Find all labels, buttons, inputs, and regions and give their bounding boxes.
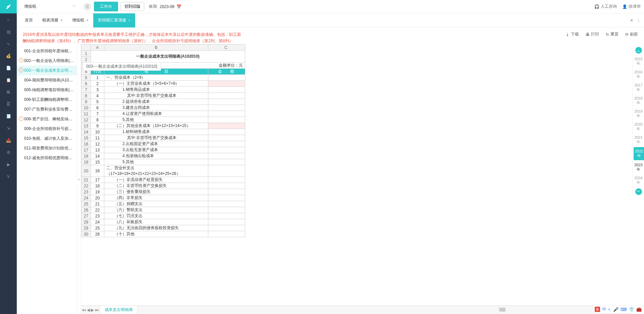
company-name: 增值税 xyxy=(24,4,36,9)
company-selector[interactable]: 增值税 ﹀ xyxy=(20,4,80,9)
user-name: 徐泽华 xyxy=(629,4,641,9)
app-header: 增值税 ﹀ ☰ 工作台 切到旧版 账期 2023-09 📅 🎧 人工咨询 👤 徐… xyxy=(0,0,644,13)
tab-3[interactable]: 所得税汇算清缴× xyxy=(93,13,135,14)
calendar-icon[interactable]: 📅 xyxy=(176,4,181,9)
tab-2[interactable]: 增值税× xyxy=(67,13,93,14)
consult-button[interactable]: 🎧 人工咨询 xyxy=(594,4,617,9)
avatar-icon: 👤 xyxy=(622,4,627,9)
headset-icon: 🎧 xyxy=(594,4,599,9)
consult-label: 人工咨询 xyxy=(601,4,617,9)
feather-icon xyxy=(5,3,12,10)
tab-0[interactable]: 首页 xyxy=(20,13,38,14)
app-logo[interactable] xyxy=(0,0,17,13)
chevron-down-icon: ﹀ xyxy=(72,4,76,9)
period-value[interactable]: 2023-09 xyxy=(160,4,174,9)
period-label: 账期 xyxy=(149,4,157,9)
user-menu[interactable]: 👤 徐泽华 xyxy=(622,4,641,9)
tab-1[interactable]: 税表清册× xyxy=(38,13,67,14)
doc-icon[interactable]: ☰ xyxy=(83,3,91,11)
switch-old-button[interactable]: 切到旧版 xyxy=(121,2,144,11)
workbench-button[interactable]: 工作台 xyxy=(94,2,118,11)
